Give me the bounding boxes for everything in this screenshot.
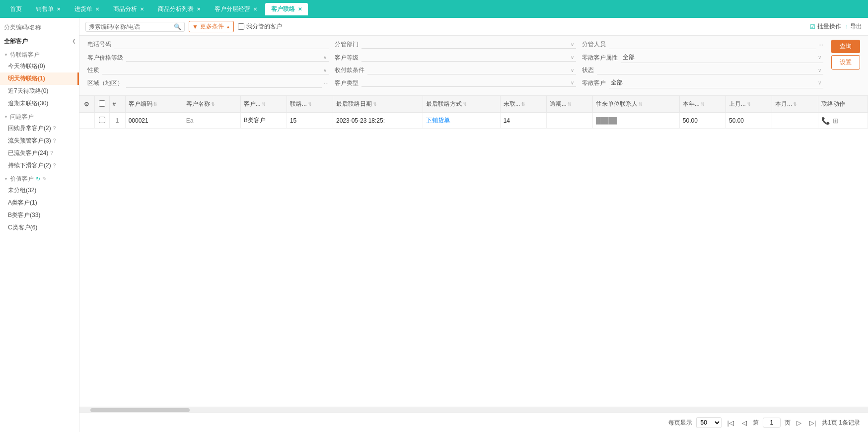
nav-analysis-list[interactable]: 商品分析列表 ✕ <box>152 3 207 15</box>
chevron-up-icon: ▲ <box>226 24 230 29</box>
phone-input[interactable] <box>114 40 329 49</box>
payment-select[interactable]: ∨ <box>367 67 576 74</box>
set-button[interactable]: 设置 <box>831 55 860 70</box>
nav-close-customer-tier[interactable]: ✕ <box>253 6 257 12</box>
th-num: # <box>109 96 125 113</box>
more-conditions-btn[interactable]: ▼ 更多条件 ▲ <box>189 21 234 32</box>
sort-icon-unit-contact: ⇅ <box>639 102 643 107</box>
filter-dept: 分管部门 ∨ <box>335 40 576 49</box>
nav-close-analysis-list[interactable]: ✕ <box>197 6 201 12</box>
filter-row-1: 电话号码 分管部门 ∨ 分管人员 <box>87 40 823 49</box>
customer-level-select[interactable]: ∨ <box>362 54 576 62</box>
nav-close-sales[interactable]: ✕ <box>57 6 61 12</box>
refresh-icon[interactable]: ↻ <box>36 176 40 182</box>
collapse-icon[interactable]: 《 <box>70 38 75 45</box>
price-level-select[interactable]: ∨ <box>126 54 329 62</box>
th-unit-contact: 往来单位联系人⇅ <box>592 96 679 113</box>
nav-purchase[interactable]: 进货单 ✕ <box>69 3 105 15</box>
filter-retail-customer: 零散客户 全部 ∨ <box>582 77 823 88</box>
nav-analysis[interactable]: 商品分析 ✕ <box>107 3 150 15</box>
filter-region: 区域（地区） ··· <box>87 78 329 88</box>
nature-select[interactable]: ∨ <box>102 67 329 74</box>
next-page-btn[interactable]: ▷ <box>795 418 803 428</box>
status-select[interactable]: ∨ <box>597 67 823 74</box>
nav-close-purchase[interactable]: ✕ <box>95 6 99 12</box>
bulk-op-btn[interactable]: ☑ 批量操作 <box>810 22 841 31</box>
row-check[interactable] <box>94 113 109 129</box>
my-customers-check[interactable] <box>238 23 244 30</box>
scrollbar-thumb[interactable] <box>90 408 190 412</box>
row-last-month: 50.00 <box>725 113 772 129</box>
export-btn[interactable]: ↑ 导出 <box>845 22 862 31</box>
th-last-date: 最后联络日期⇅ <box>333 96 423 113</box>
sidebar-item-ungrouped[interactable]: 未分组(32) <box>0 184 79 197</box>
row-checkbox-0[interactable] <box>99 117 105 123</box>
action-grid-icon[interactable]: ⊞ <box>833 117 839 125</box>
row-last-date: 2023-05-23 18:25: <box>333 113 423 129</box>
customer-type-select[interactable]: ∨ <box>362 79 576 87</box>
search-input[interactable] <box>89 23 174 30</box>
sidebar-search-input[interactable] <box>4 24 78 31</box>
nav-customer-contact[interactable]: 客户联络 ✕ <box>265 3 308 15</box>
sidebar-item-a-class[interactable]: A类客户(1) <box>0 197 79 209</box>
sidebar-item-churned[interactable]: 已流失客户(24) ? <box>0 147 79 159</box>
nav-home[interactable]: 首页 <box>4 3 28 15</box>
record-count-label: 共1页 1条记录 <box>822 419 860 427</box>
table-row: 1 000021 Ea B类客户 15 2023-05-23 18:25: 下销… <box>79 113 868 129</box>
more-icon-region[interactable]: ··· <box>324 79 329 86</box>
query-button[interactable]: 查询 <box>831 40 860 53</box>
region-input[interactable] <box>126 78 322 88</box>
sidebar-item-repurchase[interactable]: 回购异常客户(2) ? <box>0 122 79 135</box>
row-last-method[interactable]: 下销货单 <box>423 113 500 129</box>
retail-customer-select[interactable]: 全部 ∨ <box>609 77 823 88</box>
chevron-down-icon-price: ∨ <box>323 55 327 60</box>
th-check[interactable] <box>94 96 109 113</box>
sidebar-item-c-class[interactable]: C类客户(6) <box>0 221 79 234</box>
last-page-btn[interactable]: ▷| <box>807 418 818 428</box>
page-input[interactable] <box>763 418 781 428</box>
per-page-label: 每页显示 <box>668 419 692 427</box>
th-type: 客户...⇅ <box>240 96 287 113</box>
sort-icon-contact: ⇅ <box>308 102 312 107</box>
my-customers-checkbox[interactable]: 我分管的客户 <box>238 22 282 31</box>
per-page-select[interactable]: 50 100 <box>696 417 722 428</box>
th-unlinked: 未联...⇅ <box>500 96 546 113</box>
retail-attr-select[interactable]: 全部 ∨ <box>621 52 823 63</box>
search-icon-main[interactable]: 🔍 <box>174 23 181 30</box>
action-phone-icon[interactable]: 📞 <box>821 117 830 125</box>
sidebar-all-customers[interactable]: 全部客户 《 <box>0 35 79 48</box>
filter-right-actions: ☑ 批量操作 ↑ 导出 <box>810 22 862 31</box>
sidebar-item-overdue[interactable]: 逾期未联络(30) <box>0 97 79 110</box>
more-icon-person[interactable]: ··· <box>818 41 823 48</box>
chevron-down-icon-type: ∨ <box>571 80 574 85</box>
chevron-down-icon-retail: ∨ <box>818 55 821 60</box>
person-input[interactable] <box>609 40 816 49</box>
table-body: 1 000021 Ea B类客户 15 2023-05-23 18:25: 下销… <box>79 113 868 129</box>
search-box[interactable]: 🔍 <box>85 22 185 32</box>
nav-close-analysis[interactable]: ✕ <box>140 6 144 12</box>
select-all-checkbox[interactable] <box>99 100 105 107</box>
nav-sales[interactable]: 销售单 ✕ <box>30 3 67 15</box>
th-contact: 联络...⇅ <box>287 96 333 113</box>
sidebar-item-b-class[interactable]: B类客户(33) <box>0 209 79 221</box>
dept-select[interactable]: ∨ <box>362 41 576 49</box>
sidebar-item-churn-warning[interactable]: 流失预警客户(3) ? <box>0 135 79 147</box>
nav-customer-tier[interactable]: 客户分层经营 ✕ <box>209 3 263 15</box>
sidebar-item-7days[interactable]: 近7天待联络(0) <box>0 85 79 97</box>
horizontal-scrollbar[interactable] <box>79 407 868 413</box>
chevron-down-icon-payment: ∨ <box>571 68 574 73</box>
sidebar-item-declining[interactable]: 持续下滑客户(2) ? <box>0 159 79 172</box>
first-page-btn[interactable]: |◁ <box>725 418 736 428</box>
sidebar-item-today[interactable]: 今天待联络(0) <box>0 60 79 72</box>
triangle-icon: ▼ <box>4 53 8 57</box>
th-code: 客户编码⇅ <box>125 96 183 113</box>
nav-close-customer-contact[interactable]: ✕ <box>298 6 302 12</box>
th-gear[interactable]: ⚙ <box>79 96 94 113</box>
prev-page-btn[interactable]: ◁ <box>740 418 749 428</box>
sidebar-item-tomorrow[interactable]: 明天待联络(1) <box>0 72 79 85</box>
sidebar-search-box[interactable]: 🔍 <box>0 22 79 33</box>
edit-icon[interactable]: ✎ <box>42 176 47 182</box>
page-label: 第 <box>753 419 759 427</box>
sort-icon-last-date: ⇅ <box>373 102 377 107</box>
sort-icon-this-month: ⇅ <box>793 102 797 107</box>
